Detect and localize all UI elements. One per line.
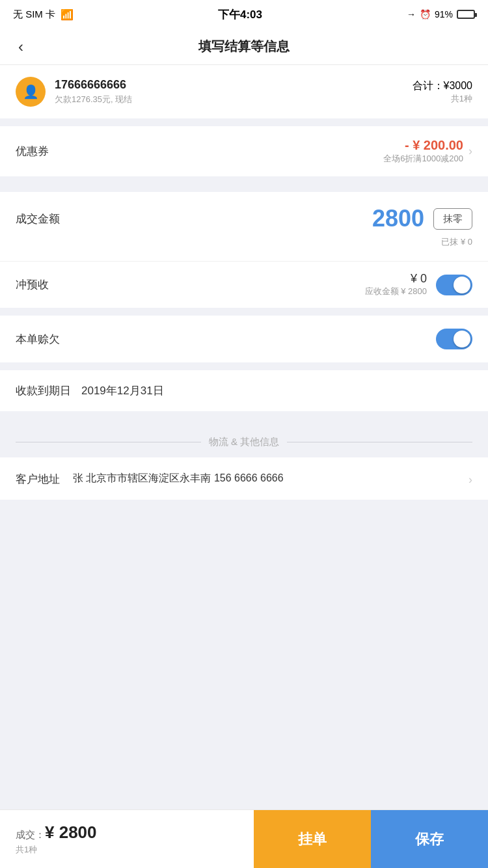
- prepay-sub: 应收金额 ¥ 2800: [365, 286, 427, 297]
- back-button[interactable]: ‹: [13, 35, 29, 59]
- duedate-section: 收款到期日 2019年12月31日: [0, 370, 488, 411]
- content: 👤 17666666666 欠款1276.35元, 现结 合计：¥3000 共1…: [0, 65, 488, 703]
- coupon-row[interactable]: 优惠券 - ¥ 200.00 全场6折满1000减200 ›: [0, 126, 488, 176]
- user-total: 合计：¥3000 共1种: [413, 79, 473, 105]
- total-count: 共1种: [413, 93, 473, 105]
- divider-line-left: [16, 442, 201, 442]
- deal-amount: 2800: [372, 205, 424, 232]
- status-right: → ⏰ 91%: [407, 9, 475, 20]
- empty-space: [0, 508, 488, 638]
- save-button[interactable]: 保存: [371, 810, 488, 869]
- bottom-left: 成交：¥ 2800 共1种: [0, 822, 254, 856]
- user-info: 17666666666 欠款1276.35元, 现结: [55, 78, 132, 105]
- address-value: 张 北京市市辖区海淀区永丰南 156 6666 6666: [73, 470, 468, 486]
- total-label: 合计：¥3000: [413, 79, 473, 93]
- battery-bar: [457, 10, 475, 19]
- prepay-toggle[interactable]: [436, 275, 472, 295]
- coupon-label: 优惠券: [16, 144, 49, 159]
- carrier-label: 无 SIM 卡: [13, 8, 55, 21]
- divider-line-right: [287, 442, 472, 442]
- gray-divider-3: [0, 419, 488, 427]
- nav-bar: ‹ 填写结算等信息: [0, 29, 488, 65]
- logistics-label: 物流 & 其他信息: [209, 436, 279, 448]
- logistics-divider: 物流 & 其他信息: [0, 427, 488, 457]
- bottom-deal-row: 成交：¥ 2800: [16, 822, 238, 843]
- suspend-button[interactable]: 挂单: [254, 810, 371, 869]
- location-icon: →: [407, 9, 416, 20]
- user-card: 👤 17666666666 欠款1276.35元, 现结 合计：¥3000 共1…: [0, 65, 488, 118]
- page-title: 填写结算等信息: [198, 38, 290, 55]
- coupon-chevron-icon[interactable]: ›: [468, 144, 472, 158]
- alarm-icon: ⏰: [420, 9, 431, 20]
- status-left: 无 SIM 卡 📶: [13, 8, 74, 21]
- user-phone: 17666666666: [55, 78, 132, 92]
- bottom-bar: 成交：¥ 2800 共1种 挂单 保存: [0, 809, 488, 868]
- deal-sub: 已抹 ¥ 0: [16, 236, 472, 248]
- gray-divider-1: [0, 184, 488, 192]
- round-button[interactable]: 抹零: [433, 208, 472, 230]
- status-time: 下午4:03: [218, 7, 262, 22]
- duedate-label: 收款到期日: [16, 383, 71, 398]
- deal-label: 成交金额: [16, 211, 60, 226]
- total-label-text: 合计：: [413, 80, 444, 91]
- prepay-row: 冲预收 ¥ 0 应收金额 ¥ 2800: [0, 261, 488, 308]
- deal-row: 成交金额 2800 抹零: [16, 205, 472, 232]
- prepay-amount-block: ¥ 0 应收金额 ¥ 2800: [365, 272, 427, 297]
- coupon-right: - ¥ 200.00 全场6折满1000减200 ›: [383, 138, 472, 165]
- bottom-amount: ¥ 2800: [45, 822, 97, 842]
- duedate-value: 2019年12月31日: [81, 383, 164, 398]
- duedate-row: 收款到期日 2019年12月31日: [16, 383, 472, 398]
- status-bar: 无 SIM 卡 📶 下午4:03 → ⏰ 91%: [0, 0, 488, 29]
- prepay-right: ¥ 0 应收金额 ¥ 2800: [365, 272, 472, 297]
- coupon-desc: 全场6折满1000减200: [383, 153, 463, 165]
- prepay-amount: ¥ 0: [365, 272, 427, 286]
- bottom-count: 共1种: [16, 844, 238, 856]
- gray-divider-2: [0, 308, 488, 316]
- deal-section: 成交金额 2800 抹零 已抹 ¥ 0: [0, 192, 488, 261]
- prepay-label: 冲预收: [16, 277, 49, 292]
- total-amount: ¥3000: [444, 80, 473, 91]
- wifi-icon: 📶: [61, 8, 74, 21]
- bottom-deal-label: 成交：: [16, 829, 45, 840]
- avatar: 👤: [16, 77, 46, 107]
- debt-label: 本单赊欠: [16, 332, 60, 347]
- battery-percent: 91%: [435, 9, 453, 20]
- address-chevron-icon[interactable]: ›: [468, 473, 472, 487]
- address-section[interactable]: 客户地址 张 北京市市辖区海淀区永丰南 156 6666 6666 ›: [0, 457, 488, 500]
- debt-toggle[interactable]: [436, 329, 472, 349]
- user-debt: 欠款1276.35元, 现结: [55, 94, 132, 105]
- deal-amount-area: 2800 抹零: [372, 205, 472, 232]
- debt-section: 本单赊欠: [0, 316, 488, 362]
- address-label: 客户地址: [16, 472, 60, 487]
- coupon-amount: - ¥ 200.00: [383, 138, 463, 153]
- coupon-amount-block: - ¥ 200.00 全场6折满1000减200: [383, 138, 463, 165]
- user-left: 👤 17666666666 欠款1276.35元, 现结: [16, 77, 132, 107]
- coupon-section[interactable]: 优惠券 - ¥ 200.00 全场6折满1000减200 ›: [0, 126, 488, 176]
